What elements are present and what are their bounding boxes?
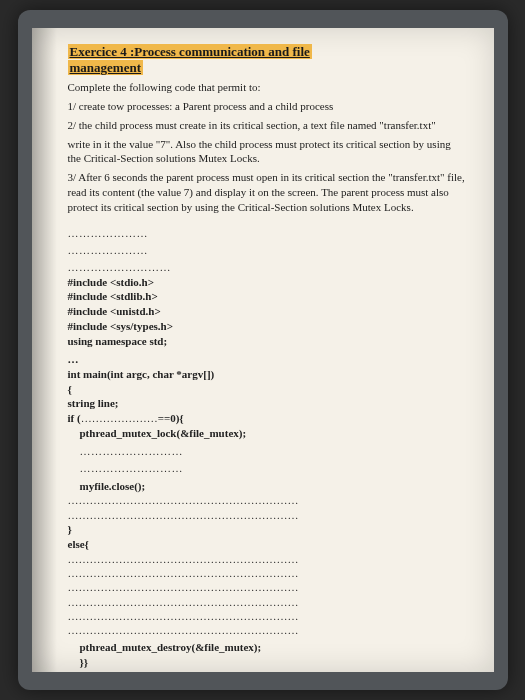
blank-line: ……………………… xyxy=(68,444,466,458)
if-cond: ==0){ xyxy=(158,412,184,424)
blank-line: ……………………… xyxy=(68,260,466,274)
blank-line: ……………………………………………………… xyxy=(68,493,466,507)
if-line: if (…………………==0){ xyxy=(68,411,466,426)
point2b: write in it the value "7". Also the chil… xyxy=(68,137,466,167)
include-systypes: #include <sys/types.h> xyxy=(68,319,466,334)
blank-line: ………………… xyxy=(68,243,466,257)
if-keyword: if ( xyxy=(68,412,81,424)
close-brace: } xyxy=(68,522,466,537)
mutex-destroy: pthread_mutex_destroy(&file_mutex); xyxy=(68,640,466,655)
main-sig: int main(int argc, char *argv[]) xyxy=(68,367,466,382)
point1: 1/ create tow processes: a Parent proces… xyxy=(68,99,466,114)
include-unistd: #include <unistd.h> xyxy=(68,304,466,319)
blank-line: ……………………………………………………… xyxy=(68,552,466,566)
ellipsis: … xyxy=(68,352,466,367)
blank-line: ……………………………………………………… xyxy=(68,623,466,637)
point2a: 2/ the child process must create in its … xyxy=(68,118,466,133)
else-keyword: else{ xyxy=(68,537,466,552)
exercise-title-cont: management xyxy=(68,60,466,76)
point3: 3/ After 6 seconds the parent process mu… xyxy=(68,170,466,215)
brace-open: { xyxy=(68,382,466,397)
blank-line: ……………………………………………………… xyxy=(68,595,466,609)
if-blank: ………………… xyxy=(81,412,158,424)
device-frame: Exercice 4 :Process communication and fi… xyxy=(18,10,508,690)
blank-line: ……………………………………………………… xyxy=(68,609,466,623)
title-line1: Exercice 4 :Process communication and fi… xyxy=(68,44,312,59)
title-line2: management xyxy=(68,60,144,75)
blank-line: ……………………… xyxy=(68,461,466,475)
blank-line: ……………………………………………………… xyxy=(68,508,466,522)
blank-line: ……………………………………………………… xyxy=(68,580,466,594)
intro-text: Complete the following code that permit … xyxy=(68,80,466,95)
mutex-lock: pthread_mutex_lock(&file_mutex); xyxy=(68,426,466,441)
string-line: string line; xyxy=(68,396,466,411)
exercise-title: Exercice 4 :Process communication and fi… xyxy=(68,44,466,60)
end-braces: }} xyxy=(68,655,466,670)
blank-line: ………………… xyxy=(68,226,466,240)
myfile-close: myfile.close(); xyxy=(68,479,466,494)
include-stdio: #include <stdio.h> xyxy=(68,275,466,290)
using-namespace: using namespace std; xyxy=(68,334,466,349)
include-stdlib: #include <stdlib.h> xyxy=(68,289,466,304)
blank-line: ……………………………………………………… xyxy=(68,566,466,580)
document-page: Exercice 4 :Process communication and fi… xyxy=(32,28,494,672)
